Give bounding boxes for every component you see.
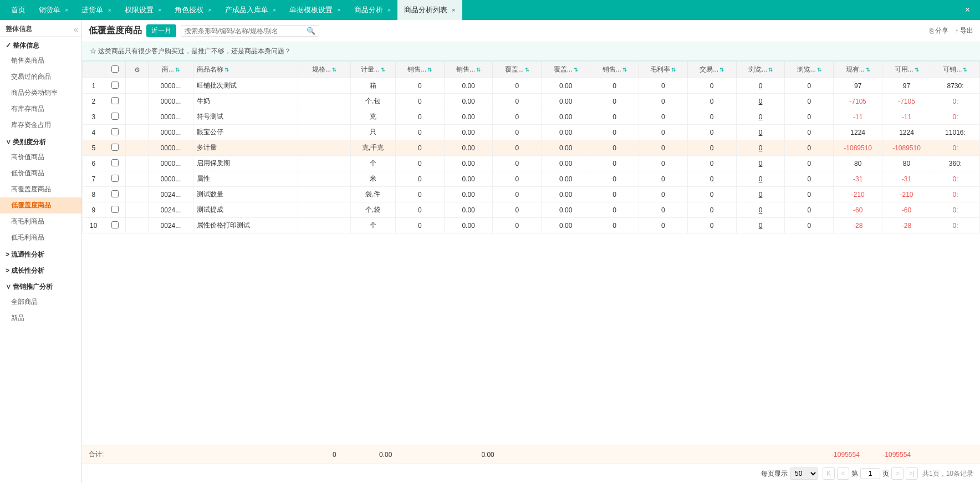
col-header-unit[interactable]: 计量...⇅ [350, 62, 395, 78]
search-input[interactable] [185, 27, 307, 35]
search-icon[interactable]: 🔍 [307, 27, 315, 35]
sidebar-section-growth[interactable]: > 成长性分析 [0, 262, 81, 278]
col-header-sales2[interactable]: 销售...⇅ [590, 62, 639, 78]
cell-browse1[interactable]: 0 [736, 109, 785, 125]
sidebar-item-sales-goods[interactable]: 销售类商品 [0, 53, 81, 69]
cell-check[interactable] [105, 109, 126, 125]
sidebar-item-low-coverage[interactable]: 低覆盖度商品 [0, 197, 81, 213]
sidebar-item-all-goods[interactable]: 全部商品 [0, 294, 81, 310]
export-button[interactable]: ↑ 导出 [955, 26, 973, 35]
sidebar-item-capital[interactable]: 库存资金占用 [0, 117, 81, 133]
cell-available: 80 [882, 156, 931, 171]
col-header-saleable[interactable]: 可销...⇅ [931, 62, 979, 78]
nav-tab-perms[interactable]: 权限设置 × [118, 0, 168, 20]
cell-code: 0000... [148, 78, 193, 94]
cell-browse1[interactable]: 0 [736, 218, 785, 233]
sidebar-item-high-profit[interactable]: 高毛利商品 [0, 213, 81, 230]
sidebar-item-low-profit[interactable]: 低毛利商品 [0, 230, 81, 246]
cell-browse1[interactable]: 0 [736, 171, 785, 187]
section-label: ✓ 整体信息 [6, 41, 39, 50]
collapse-button[interactable]: « [74, 25, 78, 34]
first-page-button[interactable]: K [823, 467, 835, 480]
close-icon[interactable]: × [65, 0, 68, 20]
sidebar-item-low-value[interactable]: 低价值商品 [0, 165, 81, 181]
close-icon[interactable]: × [337, 0, 340, 20]
cell-browse1[interactable]: 0 [736, 125, 785, 140]
sidebar-item-high-value[interactable]: 高价值商品 [0, 149, 81, 165]
cell-check[interactable] [105, 140, 126, 156]
sidebar-section-overall[interactable]: ✓ 整体信息 [0, 37, 81, 53]
col-header-code[interactable]: 商...⇅ [148, 62, 193, 78]
cell-current: -1089510 [834, 140, 882, 156]
cell-browse2: 0 [785, 218, 834, 233]
next-page-button[interactable]: > [891, 467, 904, 480]
nav-tab-products[interactable]: 产成品入库单 × [218, 0, 283, 20]
cell-check[interactable] [105, 187, 126, 202]
cell-browse1[interactable]: 0 [736, 187, 785, 202]
cell-available: -210 [882, 187, 931, 202]
share-button[interactable]: ⎘ 分享 [930, 26, 948, 35]
col-header-current[interactable]: 现有...⇅ [834, 62, 882, 78]
cell-check[interactable] [105, 94, 126, 109]
col-header-name[interactable]: 商品名称⇅ [193, 62, 298, 78]
cell-browse1[interactable]: 0 [736, 202, 785, 218]
col-header-settings[interactable]: ⚙ [126, 62, 149, 78]
col-header-trade[interactable]: 交易...⇅ [687, 62, 736, 78]
cell-browse1[interactable]: 0 [736, 94, 785, 109]
cell-check[interactable] [105, 156, 126, 171]
close-icon[interactable]: × [387, 0, 391, 20]
cell-check[interactable] [105, 218, 126, 233]
page-size-select[interactable]: 20 50 100 [790, 467, 818, 480]
sidebar-item-new-goods[interactable]: 新品 [0, 310, 81, 326]
cell-cover1: 0 [493, 218, 542, 233]
col-header-browse2[interactable]: 浏览...⇅ [785, 62, 834, 78]
footer-sales-qty: 0 [309, 451, 360, 459]
cell-browse1[interactable]: 0 [736, 140, 785, 156]
col-header-cover1[interactable]: 覆盖...⇅ [493, 62, 542, 78]
sidebar-item-traded-goods[interactable]: 交易过的商品 [0, 69, 81, 85]
nav-tab-home[interactable]: 首页 [4, 0, 32, 20]
table-container[interactable]: ⚙ 商...⇅ 商品名称⇅ 规格...⇅ 计量...⇅ 销售...⇅ 销售...… [82, 61, 980, 445]
last-page-button[interactable]: >| [906, 467, 918, 480]
col-header-spec[interactable]: 规格...⇅ [298, 62, 351, 78]
sidebar-item-high-coverage[interactable]: 高覆盖度商品 [0, 181, 81, 197]
close-icon[interactable]: × [273, 0, 276, 20]
cell-browse1[interactable]: 0 [736, 78, 785, 94]
col-header-sales-amt[interactable]: 销售...⇅ [444, 62, 493, 78]
cell-check[interactable] [105, 78, 126, 94]
sidebar-section-marketing[interactable]: ∨ 营销推广分析 [0, 278, 81, 294]
sidebar-item-in-stock[interactable]: 有库存商品 [0, 101, 81, 117]
close-icon[interactable]: × [158, 0, 161, 20]
nav-tab-purchase[interactable]: 进货单 × [75, 0, 118, 20]
cell-cover1: 0 [493, 109, 542, 125]
cell-spec [298, 109, 351, 125]
page-number-input[interactable] [860, 468, 880, 479]
cell-saleable: 0: [931, 202, 979, 218]
close-icon[interactable]: × [208, 0, 211, 20]
cell-check[interactable] [105, 125, 126, 140]
select-all-checkbox[interactable] [111, 65, 119, 73]
col-header-cover2[interactable]: 覆盖...⇅ [542, 62, 590, 78]
close-icon[interactable]: × [452, 0, 455, 20]
sidebar-section-category[interactable]: ∨ 类别度分析 [0, 133, 81, 149]
nav-tab-sales[interactable]: 销货单 × [32, 0, 75, 20]
sidebar-section-flow[interactable]: > 流通性分析 [0, 246, 81, 262]
time-filter-month[interactable]: 近一月 [146, 24, 176, 37]
col-header-browse1[interactable]: 浏览...⇅ [736, 62, 785, 78]
nav-tab-templates[interactable]: 单据模板设置 × [283, 0, 347, 20]
col-header-sales-qty[interactable]: 销售...⇅ [395, 62, 444, 78]
cell-code: 0024... [148, 218, 193, 233]
col-header-gross[interactable]: 毛利率⇅ [639, 62, 687, 78]
close-icon[interactable]: × [108, 0, 111, 20]
sidebar-item-category-rate[interactable]: 商品分类动销率 [0, 85, 81, 101]
prev-page-button[interactable]: < [837, 467, 849, 480]
window-close-button[interactable]: × [959, 5, 976, 15]
cell-browse1[interactable]: 0 [736, 156, 785, 171]
cell-check[interactable] [105, 171, 126, 187]
cell-check[interactable] [105, 202, 126, 218]
nav-tab-roles[interactable]: 角色授权 × [168, 0, 218, 20]
col-header-available[interactable]: 可用...⇅ [882, 62, 931, 78]
col-header-check [105, 62, 126, 78]
nav-tab-analysis-list[interactable]: 商品分析列表 × [397, 0, 462, 20]
nav-tab-analysis[interactable]: 商品分析 × [348, 0, 397, 20]
